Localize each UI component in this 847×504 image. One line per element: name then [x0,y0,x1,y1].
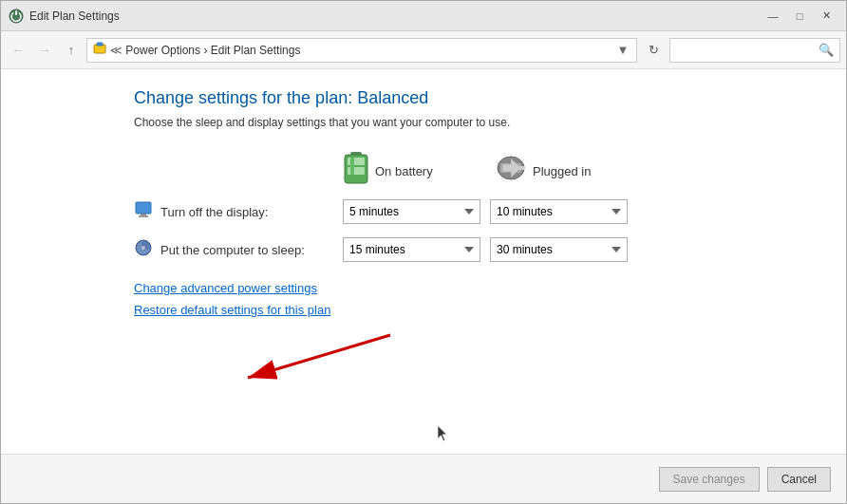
search-input[interactable] [676,44,819,57]
svg-rect-12 [519,166,525,170]
page-title: Change settings for the plan: Balanced [134,88,818,108]
link-section: Change advanced power settings Restore d… [134,281,818,317]
column-headers: On battery Plugged in [343,152,666,190]
sleep-icon [134,238,153,261]
turn-off-display-row: Turn off the display: 5 minutes 1 minute… [134,199,666,224]
sleep-label: Put the computer to sleep: [134,238,343,261]
titlebar: Edit Plan Settings — □ ✕ [1,1,846,31]
sleep-plugged-select[interactable]: 30 minutes 1 minute 2 minutes 3 minutes … [490,237,628,262]
arrow-annotation [219,326,428,420]
titlebar-icon [9,9,24,24]
search-bar: 🔍 [669,38,840,63]
svg-rect-13 [136,202,151,214]
content: Change settings for the plan: Balanced C… [1,69,846,454]
minimize-button[interactable]: — [761,7,785,26]
svg-rect-6 [348,158,365,165]
cancel-button[interactable]: Cancel [767,467,831,492]
up-button[interactable]: ↑ [60,39,83,62]
sleep-battery-select[interactable]: 15 minutes 1 minute 2 minutes 3 minutes … [343,237,480,262]
advanced-power-settings-link[interactable]: Change advanced power settings [134,281,818,295]
turn-off-display-battery-select[interactable]: 5 minutes 1 minute 2 minutes 3 minutes 4… [343,199,480,224]
svg-line-19 [248,335,390,378]
svg-rect-3 [97,43,103,46]
sleep-text: Put the computer to sleep: [160,243,305,257]
turn-off-display-plugged-select[interactable]: 10 minutes 1 minute 2 minutes 3 minutes … [490,199,628,224]
close-button[interactable]: ✕ [814,7,838,26]
window: Edit Plan Settings — □ ✕ ← → ↑ ≪ Power O… [0,0,847,504]
search-icon: 🔍 [819,43,834,57]
forward-button[interactable]: → [33,39,56,62]
save-changes-button[interactable]: Save changes [659,467,760,492]
col-battery-label: On battery [375,164,433,178]
turn-off-display-text: Turn off the display: [160,205,268,219]
address-dropdown-icon[interactable]: ▼ [615,39,631,62]
maximize-button[interactable]: □ [787,7,812,26]
address-icon [93,42,106,58]
svg-rect-15 [139,215,148,217]
page-subtitle: Choose the sleep and display settings th… [134,116,818,129]
navbar: ← → ↑ ≪ Power Options › Edit Plan Settin… [1,31,846,69]
col-header-plugged: Plugged in [495,155,647,187]
breadcrumb: ≪ Power Options › Edit Plan Settings [110,44,612,57]
address-bar: ≪ Power Options › Edit Plan Settings ▼ [86,38,637,63]
restore-defaults-link[interactable]: Restore default settings for this plan [134,303,818,317]
titlebar-controls: — □ ✕ [761,7,838,26]
svg-rect-14 [141,214,146,215]
turn-off-display-label: Turn off the display: [134,200,343,223]
settings-table: On battery Plugged in [134,152,666,262]
cursor [438,425,449,442]
plugged-icon [495,155,527,187]
back-button[interactable]: ← [7,39,29,62]
titlebar-title: Edit Plan Settings [29,9,761,23]
svg-rect-8 [350,158,354,175]
refresh-button[interactable]: ↻ [641,38,666,63]
svg-rect-7 [348,167,365,175]
sleep-row: Put the computer to sleep: 15 minutes 1 … [134,237,666,262]
svg-rect-1 [15,10,17,15]
col-plugged-label: Plugged in [533,164,591,178]
footer: Save changes Cancel [1,454,846,503]
display-icon [134,200,153,223]
battery-icon [343,152,369,190]
svg-point-17 [141,246,145,250]
col-header-battery: On battery [343,152,495,190]
